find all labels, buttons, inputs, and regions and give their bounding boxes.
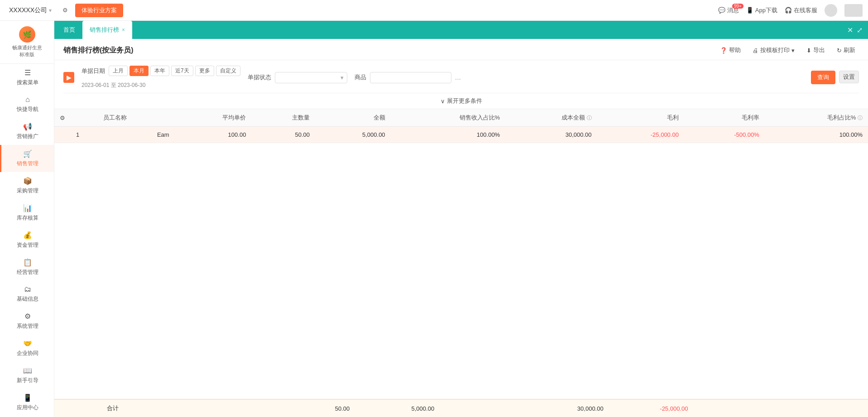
operations-icon: 📋 bbox=[23, 258, 32, 267]
sidebar-item-marketing[interactable]: 📢 营销推广 bbox=[0, 118, 54, 145]
tab-sales-ranking[interactable]: 销售排行榜 × bbox=[82, 21, 132, 39]
date-btn-custom[interactable]: 自定义 bbox=[216, 66, 240, 76]
sales-icon: 🛒 bbox=[23, 149, 32, 158]
cell-gross-rate: -500.00% bbox=[684, 127, 765, 143]
window-close-icon[interactable]: ✕ bbox=[847, 26, 853, 34]
goods-filter: 商品 ... bbox=[355, 72, 461, 83]
top-right-actions: 💬 消息 99+ 📱 App下载 🎧 在线客服 bbox=[718, 4, 863, 17]
sidebar-logo: 🌿 畅康通好生意 标准版 bbox=[0, 21, 54, 64]
footer-cost: 30,000.00 bbox=[524, 405, 609, 412]
settings-button[interactable]: 设置 bbox=[839, 71, 859, 83]
content-area: 首页 销售排行榜 × ✕ ⤢ 销售排行榜(按业务员) ❓ 帮助 bbox=[54, 21, 868, 417]
sidebar-item-sales[interactable]: 🛒 销售管理 bbox=[0, 145, 54, 172]
guide-icon: 📖 bbox=[23, 366, 32, 375]
online-service-btn[interactable]: 🎧 在线客服 bbox=[785, 6, 817, 14]
help-button[interactable]: ❓ 帮助 bbox=[716, 44, 744, 56]
cell-gross-pct: 100.00% bbox=[765, 127, 868, 143]
footer-row: 合计 50.00 5,000.00 30,000.00 -25,000.00 bbox=[54, 400, 868, 417]
print-chevron-icon: ▾ bbox=[791, 47, 795, 54]
col-name: 员工名称 bbox=[98, 109, 175, 127]
expand-conditions-btn[interactable]: ∨ 展开更多条件 bbox=[63, 93, 859, 105]
sidebar-item-search[interactable]: ☰ 搜索菜单 bbox=[0, 64, 54, 91]
query-button[interactable]: 查询 bbox=[811, 71, 835, 84]
footer-qty: 50.00 bbox=[271, 405, 355, 412]
col-gross-pct: 毛利占比% ⓘ bbox=[765, 109, 868, 127]
sidebar-item-basics[interactable]: 🗂 基础信息 bbox=[0, 281, 54, 307]
table-footer: 合计 50.00 5,000.00 30,000.00 -25,000.00 bbox=[54, 399, 868, 417]
filter-area: ▶ 单据日期 上月 本月 本年 近7天 更多 自定义 bbox=[54, 60, 868, 109]
online-service-label: 在线客服 bbox=[794, 6, 817, 14]
sidebar-item-cooperation[interactable]: 🤝 企业协同 bbox=[0, 335, 54, 362]
sidebar: 🌿 畅康通好生意 标准版 ☰ 搜索菜单 ⌂ 快捷导航 📢 营销推广 🛒 销售管理… bbox=[0, 21, 54, 417]
refresh-button[interactable]: ↻ 刷新 bbox=[833, 44, 859, 56]
date-range-display: 2023-06-01 至 2023-06-30 bbox=[82, 81, 145, 89]
logo-icon: 🌿 bbox=[19, 26, 35, 43]
status-filter-label: 单据状态 bbox=[248, 73, 271, 81]
date-filter: 单据日期 上月 本月 本年 近7天 更多 自定义 2023-06-01 至 20… bbox=[82, 66, 240, 89]
sidebar-item-label: 采购管理 bbox=[17, 187, 38, 195]
cell-cost: 30,000.00 bbox=[505, 127, 597, 143]
col-settings[interactable]: ⚙ bbox=[54, 109, 71, 127]
goods-input[interactable] bbox=[370, 72, 451, 83]
cell-settings bbox=[54, 127, 71, 143]
purchase-icon: 📦 bbox=[23, 177, 32, 185]
sidebar-item-guide[interactable]: 📖 新手引导 bbox=[0, 362, 54, 389]
table-row: 1 Eam 100.00 50.00 5,000.00 100.00% 30,0… bbox=[54, 127, 868, 143]
footer-label: 合计 bbox=[101, 404, 186, 412]
tab-home[interactable]: 首页 bbox=[56, 21, 82, 39]
col-rank bbox=[71, 109, 98, 127]
sidebar-item-apps[interactable]: 📱 应用中心 bbox=[0, 389, 54, 416]
status-select[interactable] bbox=[275, 72, 347, 83]
avatar[interactable] bbox=[825, 4, 837, 17]
app-download-btn[interactable]: 📱 App下载 bbox=[746, 6, 777, 14]
cell-gross: -25,000.00 bbox=[597, 127, 684, 143]
date-btn-this-year[interactable]: 本年 bbox=[150, 66, 169, 76]
system-icon: ⚙ bbox=[24, 312, 31, 321]
refresh-icon: ↻ bbox=[837, 47, 842, 54]
page-title: 销售排行榜(按业务员) bbox=[63, 46, 134, 55]
page-content: 销售排行榜(按业务员) ❓ 帮助 🖨 按模板打印 ▾ ⬇ 导出 bbox=[54, 39, 868, 417]
finance-icon: 💰 bbox=[23, 231, 32, 240]
sidebar-item-label: 系统管理 bbox=[17, 322, 38, 330]
company-selector[interactable]: XXXXXX公司 ▾ bbox=[5, 5, 55, 16]
filter-row: ▶ 单据日期 上月 本月 本年 近7天 更多 自定义 bbox=[63, 66, 859, 89]
chevron-down-icon: ▾ bbox=[49, 7, 52, 14]
sidebar-item-label: 新手引导 bbox=[17, 377, 38, 384]
sidebar-item-label: 快捷导航 bbox=[17, 105, 38, 113]
help-icon: ❓ bbox=[720, 47, 727, 54]
app-download-label: App下载 bbox=[755, 6, 777, 14]
date-btn-more[interactable]: 更多 bbox=[195, 66, 214, 76]
date-filter-label: 单据日期 bbox=[82, 67, 105, 75]
message-btn[interactable]: 💬 消息 99+ bbox=[718, 6, 739, 14]
app-icon: 📱 bbox=[746, 7, 753, 14]
sidebar-item-label: 营销推广 bbox=[17, 133, 38, 140]
sidebar-item-operations[interactable]: 📋 经营管理 bbox=[0, 254, 54, 281]
tab-home-label: 首页 bbox=[63, 26, 75, 34]
sidebar-item-label: 基础信息 bbox=[17, 295, 38, 303]
sidebar-item-system[interactable]: ⚙ 系统管理 bbox=[0, 307, 54, 335]
col-amount: 全额 bbox=[315, 109, 391, 127]
sidebar-item-purchase[interactable]: 📦 采购管理 bbox=[0, 172, 54, 199]
settings-icon-btn[interactable]: ⚙ bbox=[59, 4, 72, 17]
filter-toggle-btn[interactable]: ▶ bbox=[63, 72, 74, 83]
date-btn-last-month[interactable]: 上月 bbox=[109, 66, 128, 76]
export-button[interactable]: ⬇ 导出 bbox=[803, 44, 829, 56]
date-btn-this-month[interactable]: 本月 bbox=[129, 66, 149, 76]
sidebar-item-finance[interactable]: 💰 资金管理 bbox=[0, 226, 54, 254]
expand-chevron-icon: ∨ bbox=[441, 98, 445, 105]
col-gross-rate: 毛利率 bbox=[684, 109, 765, 127]
status-select-wrapper bbox=[275, 72, 347, 83]
export-icon: ⬇ bbox=[806, 47, 811, 54]
data-table: ⚙ 员工名称 平均单价 主数量 全额 销售收入占比% 成本全额 ⓘ 毛利 毛利率… bbox=[54, 109, 868, 143]
sidebar-item-inventory[interactable]: 📊 库存核算 bbox=[0, 199, 54, 226]
window-expand-icon[interactable]: ⤢ bbox=[857, 26, 863, 34]
sidebar-item-shortcuts[interactable]: ⌂ 快捷导航 bbox=[0, 91, 54, 118]
sidebar-item-label: 应用中心 bbox=[17, 404, 38, 412]
trial-button[interactable]: 体验行业方案 bbox=[75, 4, 123, 17]
sidebar-item-label: 搜索菜单 bbox=[17, 79, 38, 86]
goods-more-icon[interactable]: ... bbox=[455, 73, 461, 81]
sidebar-item-label: 企业协同 bbox=[17, 350, 38, 357]
date-btn-7days[interactable]: 近7天 bbox=[171, 66, 193, 76]
print-button[interactable]: 🖨 按模板打印 ▾ bbox=[749, 44, 798, 56]
tab-close-icon[interactable]: × bbox=[122, 27, 125, 33]
